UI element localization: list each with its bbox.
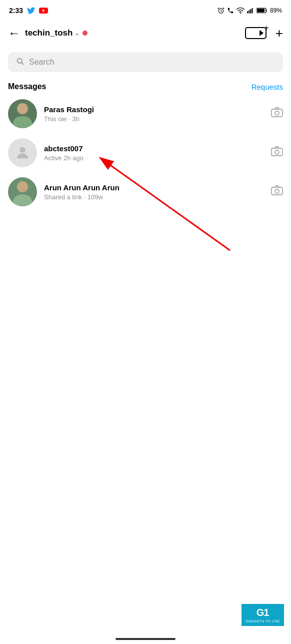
search-icon — [16, 57, 24, 67]
watermark-text: GADGETS TO USE — [246, 619, 280, 623]
svg-point-1 — [240, 13, 241, 14]
battery-pct: 89% — [270, 7, 282, 14]
status-time: 2:33 — [9, 7, 23, 15]
status-icons-right: 89% — [218, 7, 282, 14]
alarm-icon — [218, 7, 224, 14]
svg-rect-5 — [252, 8, 252, 14]
search-placeholder: Search — [29, 58, 54, 67]
camera-icon-button[interactable] — [271, 107, 283, 120]
svg-point-12 — [20, 147, 25, 153]
online-status-dot — [82, 31, 88, 36]
message-name: abctest007 — [44, 144, 264, 153]
signal-icon — [247, 8, 254, 14]
call-icon — [227, 7, 234, 14]
message-name: Arun Arun Arun Arun — [44, 183, 264, 192]
search-container: Search — [0, 47, 291, 77]
username-area[interactable]: techin_tosh ⌄ — [25, 28, 245, 38]
chevron-down-icon[interactable]: ⌄ — [74, 30, 80, 37]
watermark-one: 1 — [264, 607, 269, 618]
new-video-button[interactable]: + — [245, 27, 266, 39]
video-plus-icon: + — [264, 24, 269, 32]
person-icon — [14, 144, 31, 161]
watermark: G 1 GADGETS TO USE — [242, 604, 284, 626]
svg-rect-2 — [247, 11, 248, 13]
svg-rect-7 — [257, 9, 264, 12]
svg-point-14 — [275, 150, 279, 154]
avatar — [8, 99, 37, 128]
messages-title: Messages — [8, 82, 46, 91]
home-indicator — [116, 638, 176, 640]
twitter-icon — [27, 7, 35, 14]
section-header: Messages Requests — [0, 77, 291, 94]
camera-icon-button[interactable] — [271, 185, 283, 198]
camera-icon-button[interactable] — [271, 146, 283, 159]
svg-point-11 — [275, 111, 279, 115]
youtube-icon — [39, 8, 48, 14]
username-label: techin_tosh — [25, 28, 72, 38]
message-item[interactable]: abctest007 Active 2h ago — [0, 133, 291, 172]
avatar — [8, 177, 37, 206]
message-list: Paras Rastogi This oie · 3h — [0, 94, 291, 211]
message-info: abctest007 Active 2h ago — [44, 144, 264, 162]
watermark-logo: G — [256, 607, 264, 618]
svg-point-16 — [275, 189, 279, 193]
message-preview: Shared a link · 109w — [44, 193, 264, 201]
message-item[interactable]: Arun Arun Arun Arun Shared a link · 109w — [0, 172, 291, 211]
search-bar[interactable]: Search — [8, 52, 283, 72]
header: ← techin_tosh ⌄ + + — [0, 19, 291, 47]
avatar — [8, 138, 37, 167]
message-name: Paras Rastogi — [44, 105, 264, 114]
new-message-button[interactable]: + — [276, 27, 283, 40]
message-info: Arun Arun Arun Arun Shared a link · 109w — [44, 183, 264, 201]
requests-link[interactable]: Requests — [252, 83, 283, 91]
message-item[interactable]: Paras Rastogi This oie · 3h — [0, 94, 291, 133]
svg-line-9 — [22, 63, 24, 65]
battery-icon — [256, 8, 268, 14]
svg-rect-3 — [248, 10, 250, 13]
svg-rect-4 — [250, 9, 251, 13]
status-bar: 2:33 — [0, 0, 291, 19]
header-actions: + + — [245, 27, 283, 40]
back-button[interactable]: ← — [8, 27, 20, 39]
message-info: Paras Rastogi This oie · 3h — [44, 105, 264, 123]
message-preview: This oie · 3h — [44, 115, 264, 123]
wifi-icon — [236, 8, 244, 14]
message-preview: Active 2h ago — [44, 154, 264, 162]
